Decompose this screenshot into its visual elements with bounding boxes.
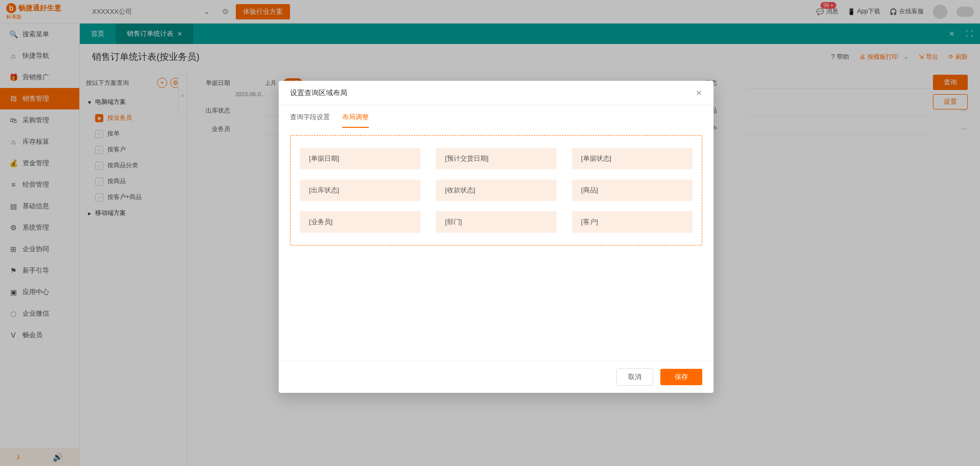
layout-field-3[interactable]: [出库状态] <box>300 180 420 201</box>
modal-footer: 取消 保存 <box>279 360 714 393</box>
layout-drop-zone[interactable]: [单据日期][预计交货日期][单据状态][出库状态][收款状态][商品][业务员… <box>290 135 702 246</box>
tab-query-fields[interactable]: 查询字段设置 <box>290 113 330 128</box>
layout-field-1[interactable]: [预计交货日期] <box>436 148 556 169</box>
layout-field-7[interactable]: [部门] <box>436 211 556 233</box>
modal-close-button[interactable]: ✕ <box>696 88 702 98</box>
layout-field-2[interactable]: [单据状态] <box>572 148 693 169</box>
layout-field-8[interactable]: [客户] <box>572 211 693 233</box>
layout-field-5[interactable]: [商品] <box>572 180 693 201</box>
layout-field-6[interactable]: [业务员] <box>300 211 420 233</box>
tab-layout-adjust[interactable]: 布局调整 <box>342 113 369 128</box>
layout-field-0[interactable]: [单据日期] <box>300 148 420 169</box>
cancel-button[interactable]: 取消 <box>616 368 653 386</box>
layout-field-4[interactable]: [收款状态] <box>436 180 556 201</box>
modal-title: 设置查询区域布局 <box>290 88 347 98</box>
layout-settings-modal: 设置查询区域布局 ✕ 查询字段设置 布局调整 [单据日期][预计交货日期][单据… <box>279 81 714 393</box>
modal-header: 设置查询区域布局 ✕ <box>279 81 714 105</box>
modal-tabs: 查询字段设置 布局调整 <box>279 105 714 128</box>
save-button[interactable]: 保存 <box>660 369 702 385</box>
